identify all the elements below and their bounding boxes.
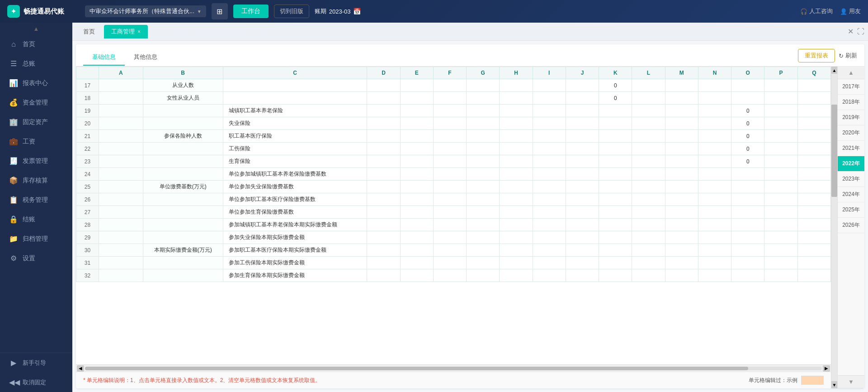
cell-q[interactable] [797,244,830,257]
cell-d[interactable] [367,143,400,155]
cell-c[interactable] [223,92,367,105]
cell-o[interactable] [731,219,764,231]
cell-j[interactable] [566,181,599,193]
cell-c[interactable]: 单位参加职工基本医疗保险缴费基数 [223,193,367,206]
cell-a[interactable] [99,155,143,168]
cell-d[interactable] [367,231,400,244]
sidebar-scroll-up[interactable]: ▲ [0,23,72,35]
cell-q[interactable] [797,155,830,168]
cell-p[interactable] [764,143,797,155]
cell-q[interactable] [797,231,830,244]
cell-d[interactable] [367,92,400,105]
cell-p[interactable] [764,231,797,244]
cell-k[interactable] [599,231,632,244]
cell-e[interactable] [400,79,433,92]
cell-l[interactable] [632,219,665,231]
cell-c[interactable]: 单位参加生育保险缴费基数 [223,206,367,219]
cell-p[interactable] [764,206,797,219]
scroll-up-btn[interactable]: ▲ [831,67,837,74]
cell-k[interactable] [599,244,632,257]
cell-n[interactable] [698,130,731,143]
cell-g[interactable] [467,231,500,244]
vertical-scrollbar[interactable]: ▲ ▼ [831,67,837,388]
cell-m[interactable] [665,244,698,257]
sidebar-item-assets[interactable]: 🏢 固定资产 [0,112,72,132]
cell-k[interactable] [599,193,632,206]
cell-c[interactable]: 参加工伤保险本期实际缴费金额 [223,257,367,269]
cell-d[interactable] [367,181,400,193]
cell-e[interactable] [400,206,433,219]
cell-o[interactable] [731,244,764,257]
cell-c[interactable]: 工伤保险 [223,143,367,155]
cell-q[interactable] [797,193,830,206]
cell-c[interactable]: 生育保险 [223,155,367,168]
cell-o[interactable]: 0 [731,130,764,143]
cell-m[interactable] [665,92,698,105]
cell-q[interactable] [797,269,830,282]
year-item[interactable]: 2024年 [838,187,864,202]
cell-p[interactable] [764,193,797,206]
cell-e[interactable] [400,143,433,155]
cell-f[interactable] [433,143,466,155]
sub-tab-basic[interactable]: 基础信息 [83,49,125,66]
cell-d[interactable] [367,79,400,92]
cell-n[interactable] [698,155,731,168]
cell-a[interactable] [99,193,143,206]
cell-e[interactable] [400,117,433,130]
cell-j[interactable] [566,105,599,117]
year-item[interactable]: 2020年 [838,125,864,141]
user-button[interactable]: 👤 用友 [840,7,861,15]
cell-b[interactable] [143,219,223,231]
cell-m[interactable] [665,143,698,155]
cell-b[interactable] [143,155,223,168]
cell-m[interactable] [665,257,698,269]
cell-n[interactable] [698,269,731,282]
cell-a[interactable] [99,168,143,181]
cell-m[interactable] [665,117,698,130]
sub-tab-other[interactable]: 其他信息 [125,49,166,66]
cell-j[interactable] [566,231,599,244]
cell-c[interactable]: 失业保险 [223,117,367,130]
table-wrapper[interactable]: A B C D E F G H I J [76,67,831,364]
cell-l[interactable] [632,206,665,219]
cell-p[interactable] [764,219,797,231]
cell-j[interactable] [566,168,599,181]
cell-k[interactable] [599,168,632,181]
cell-h[interactable] [500,143,533,155]
cell-n[interactable] [698,181,731,193]
cell-k[interactable] [599,143,632,155]
cell-j[interactable] [566,193,599,206]
cell-c[interactable]: 城镇职工基本养老保险 [223,105,367,117]
cell-q[interactable] [797,168,830,181]
workbench-button[interactable]: 工作台 [233,5,269,18]
cell-q[interactable] [797,117,830,130]
switch-version-button[interactable]: 切到旧版 [274,5,309,18]
year-nav-up[interactable]: ▲ [838,67,864,79]
cell-o[interactable] [731,193,764,206]
cell-d[interactable] [367,257,400,269]
cell-a[interactable] [99,92,143,105]
cell-n[interactable] [698,219,731,231]
cell-f[interactable] [433,105,466,117]
calendar-icon[interactable]: 📅 [353,8,361,15]
cell-o[interactable] [731,257,764,269]
cell-g[interactable] [467,269,500,282]
scroll-right-btn[interactable]: ▶ [823,365,830,372]
copy-icon-btn[interactable]: ⊞ [212,3,228,19]
cell-i[interactable] [533,231,566,244]
sidebar-item-unpin[interactable]: ◀◀ 取消固定 [0,373,72,392]
cell-o[interactable] [731,79,764,92]
cell-q[interactable] [797,206,830,219]
cell-a[interactable] [99,269,143,282]
cell-d[interactable] [367,193,400,206]
cell-g[interactable] [467,206,500,219]
cell-h[interactable] [500,206,533,219]
cell-i[interactable] [533,143,566,155]
cell-o[interactable]: 0 [731,143,764,155]
sidebar-item-invoice[interactable]: 🧾 发票管理 [0,151,72,171]
cell-e[interactable] [400,181,433,193]
cell-j[interactable] [566,155,599,168]
cell-i[interactable] [533,206,566,219]
cell-f[interactable] [433,181,466,193]
sidebar-item-guide[interactable]: ▶ 新手引导 [0,353,72,373]
